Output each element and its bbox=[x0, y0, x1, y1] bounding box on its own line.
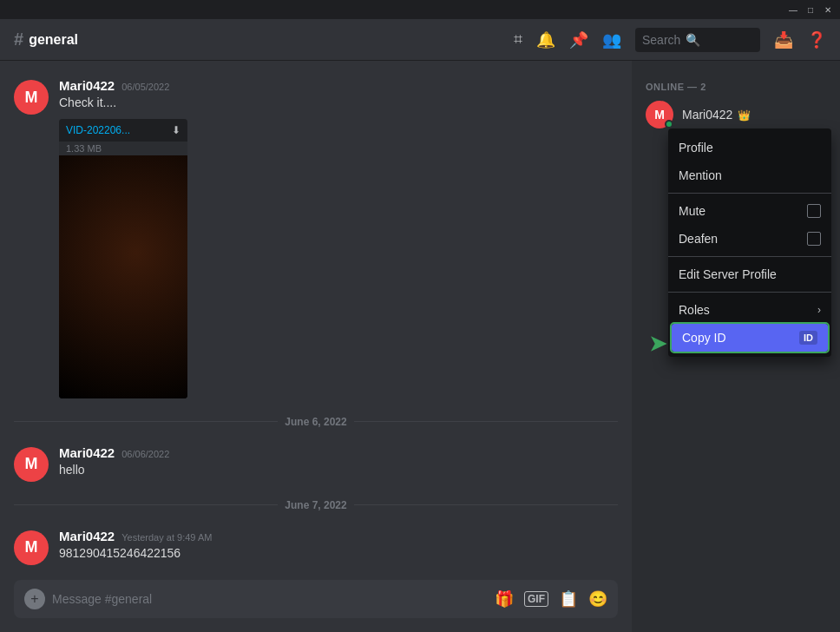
separator-line-left bbox=[14, 421, 278, 422]
separator-line-right bbox=[354, 421, 618, 422]
username-label: Mari0422 bbox=[59, 445, 115, 460]
arrow-indicator: ➤ bbox=[649, 332, 666, 356]
context-menu-divider bbox=[668, 256, 831, 257]
channel-name-display: # general bbox=[14, 30, 78, 49]
download-icon[interactable]: ⬇ bbox=[172, 124, 180, 136]
avatar: M bbox=[14, 447, 49, 482]
context-menu: Profile Mention Mute Deafen Edit Server … bbox=[668, 128, 831, 357]
id-badge: ID bbox=[799, 331, 817, 345]
channel-hash-icon: # bbox=[14, 30, 23, 49]
mention-label: Mention bbox=[679, 168, 722, 182]
crown-icon: 👑 bbox=[738, 109, 751, 122]
deafen-checkbox[interactable] bbox=[807, 232, 821, 246]
roles-arrow-icon: › bbox=[817, 304, 821, 316]
context-menu-mute[interactable]: Mute bbox=[668, 197, 831, 225]
context-menu-roles[interactable]: Roles › bbox=[668, 296, 831, 324]
input-icon-group: 🎁 GIF 📋 😊 bbox=[495, 589, 607, 609]
chat-area: M Mari0422 06/05/2022 Check it.... VID-2… bbox=[0, 61, 632, 632]
message-header: Mari0422 Yesterday at 9:49 AM bbox=[59, 529, 618, 543]
separator-line-left bbox=[14, 504, 278, 505]
context-menu-profile[interactable]: Profile bbox=[668, 134, 831, 161]
context-menu-divider bbox=[668, 292, 831, 293]
timestamp-label: 06/06/2022 bbox=[121, 449, 169, 459]
message-item: M Mari0422 06/06/2022 hello bbox=[0, 442, 632, 485]
inbox-icon[interactable]: 📥 bbox=[774, 30, 793, 49]
member-name-label: Mari0422 👑 bbox=[682, 108, 751, 122]
search-icon: 🔍 bbox=[686, 33, 700, 47]
sticker-icon[interactable]: 📋 bbox=[559, 589, 578, 609]
members-icon[interactable]: 👥 bbox=[602, 30, 621, 49]
mute-label: Mute bbox=[679, 204, 705, 218]
gif-icon[interactable]: GIF bbox=[524, 591, 548, 607]
titlebar: — □ ✕ bbox=[0, 0, 840, 19]
notifications-icon[interactable]: 🔔 bbox=[536, 30, 555, 49]
timestamp-label: 06/05/2022 bbox=[121, 82, 169, 92]
message-input-wrap: + Message #general 🎁 GIF 📋 😊 bbox=[14, 580, 618, 618]
message-header: Mari0422 06/06/2022 bbox=[59, 445, 618, 460]
mute-checkbox[interactable] bbox=[807, 204, 821, 218]
video-thumbnail[interactable]: ▶ bbox=[59, 155, 187, 398]
deafen-label: Deafen bbox=[679, 232, 718, 246]
message-input[interactable]: Message #general bbox=[52, 592, 488, 606]
timestamp-label: Yesterday at 9:49 AM bbox=[121, 532, 212, 543]
message-content: Mari0422 06/06/2022 hello bbox=[59, 445, 618, 479]
message-text: Check it.... bbox=[59, 95, 618, 112]
context-menu-copy-id[interactable]: Copy ID ID bbox=[672, 324, 828, 352]
add-attachment-button[interactable]: + bbox=[24, 589, 45, 609]
message-item: M Mari0422 Yesterday at 9:49 AM 98129041… bbox=[0, 525, 632, 569]
message-input-area: + Message #general 🎁 GIF 📋 😊 bbox=[0, 573, 632, 632]
avatar: M bbox=[14, 80, 49, 115]
message-content: Mari0422 Yesterday at 9:49 AM 9812904152… bbox=[59, 529, 618, 563]
header-icons: ⌗ 🔔 📌 👥 Search 🔍 📥 ❓ bbox=[514, 28, 826, 52]
emoji-icon[interactable]: 😊 bbox=[588, 589, 607, 609]
channel-name-label: general bbox=[29, 32, 78, 48]
attachment-size: 1.33 MB bbox=[59, 142, 187, 155]
member-avatar-wrap: M bbox=[646, 101, 673, 128]
edit-server-profile-label: Edit Server Profile bbox=[679, 267, 777, 281]
context-menu-edit-server-profile[interactable]: Edit Server Profile bbox=[668, 260, 831, 288]
message-item: M Mari0422 06/05/2022 Check it.... VID-2… bbox=[0, 75, 632, 402]
help-icon[interactable]: ❓ bbox=[807, 30, 826, 49]
separator-line-right bbox=[354, 504, 618, 505]
date-separator: June 7, 2022 bbox=[14, 499, 618, 511]
messages-list: M Mari0422 06/05/2022 Check it.... VID-2… bbox=[0, 61, 632, 573]
message-header: Mari0422 06/05/2022 bbox=[59, 78, 618, 93]
context-menu-mention[interactable]: Mention bbox=[668, 161, 831, 189]
video-background bbox=[59, 155, 187, 398]
attachment-header: VID-202206... ⬇ bbox=[59, 119, 187, 142]
roles-label: Roles bbox=[679, 303, 710, 317]
date-separator-label: June 7, 2022 bbox=[285, 499, 346, 511]
close-button[interactable]: ✕ bbox=[823, 4, 833, 15]
search-placeholder-text: Search bbox=[642, 33, 680, 47]
profile-label: Profile bbox=[679, 141, 713, 155]
context-menu-deafen[interactable]: Deafen bbox=[668, 225, 831, 253]
online-status-dot bbox=[665, 120, 673, 128]
minimize-button[interactable]: — bbox=[788, 4, 798, 15]
username-label: Mari0422 bbox=[59, 529, 115, 543]
message-content: Mari0422 06/05/2022 Check it.... VID-202… bbox=[59, 78, 618, 398]
copy-id-label: Copy ID bbox=[682, 331, 726, 345]
search-bar[interactable]: Search 🔍 bbox=[635, 28, 760, 52]
pinned-icon[interactable]: 📌 bbox=[569, 30, 588, 49]
message-text: 981290415246422156 bbox=[59, 545, 618, 563]
context-menu-divider bbox=[668, 193, 831, 194]
gift-icon[interactable]: 🎁 bbox=[495, 589, 514, 609]
date-separator: June 6, 2022 bbox=[14, 416, 618, 428]
attachment-name: VID-202206... bbox=[66, 124, 130, 136]
date-separator-label: June 6, 2022 bbox=[285, 416, 346, 428]
username-label: Mari0422 bbox=[59, 78, 115, 93]
maximize-button[interactable]: □ bbox=[805, 4, 816, 15]
avatar: M bbox=[14, 530, 49, 565]
video-attachment[interactable]: VID-202206... ⬇ 1.33 MB ▶ bbox=[59, 119, 187, 398]
message-text: hello bbox=[59, 462, 618, 479]
member-section-header: ONLINE — 2 bbox=[639, 75, 833, 95]
channel-header: # general ⌗ 🔔 📌 👥 Search 🔍 📥 ❓ bbox=[0, 19, 840, 61]
threads-icon[interactable]: ⌗ bbox=[514, 30, 522, 49]
